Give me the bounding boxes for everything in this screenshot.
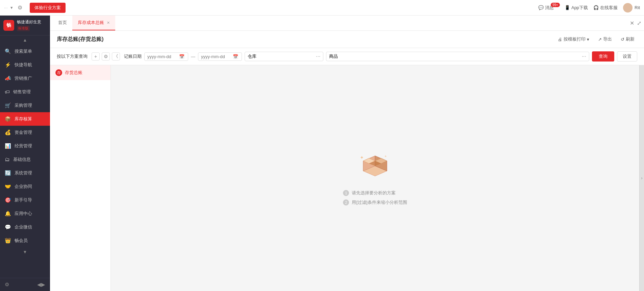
headset-icon: 🎧 [593, 5, 599, 10]
search-btn[interactable]: 查询 [592, 51, 614, 62]
sales-icon: 🏷 [5, 89, 10, 95]
tab-home[interactable]: 首页 [53, 16, 72, 30]
tip-text-1: 请先选择要分析的方案 [352, 190, 396, 196]
calendar-start-icon[interactable]: 📅 [179, 54, 184, 59]
sidebar-label-basic-info: 基础信息 [13, 156, 31, 163]
warehouse-field[interactable]: 仓库 ··· [245, 52, 323, 61]
body-area: 存 存货总账 [50, 65, 644, 291]
date-separator: — [191, 54, 195, 59]
operations-icon: 📊 [5, 143, 11, 149]
sidebar-label-marketing: 营销推广 [15, 75, 32, 81]
member-icon: 👑 [5, 238, 11, 244]
svg-text:✦: ✦ [360, 155, 364, 160]
main-layout: 畅 畅捷通好生意 标准版 ▲ 🔍 搜索菜单 ⚡ 快捷导航 📣 营销推广 🏷 [0, 16, 644, 291]
sidebar-item-search-menu[interactable]: 🔍 搜索菜单 [0, 45, 50, 58]
calendar-end-icon[interactable]: 📅 [233, 54, 238, 59]
sidebar-item-app-center[interactable]: 🔔 应用中心 [0, 207, 50, 220]
app-download-link[interactable]: 📱 App下载 [565, 5, 588, 11]
settings-bottom-icon[interactable]: ⚙ [5, 282, 9, 288]
sidebar-label-operations: 经营管理 [15, 143, 32, 149]
print-template-btn[interactable]: 🖨 按模板打印 ▾ [555, 35, 592, 44]
date-start-field[interactable]: 📅 [144, 52, 188, 61]
sidebar-scroll: ▲ 🔍 搜索菜单 ⚡ 快捷导航 📣 营销推广 🏷 销售管理 🛒 采购管理 [0, 35, 50, 278]
product-field[interactable]: 商品 ··· [326, 52, 589, 61]
sidebar-item-member[interactable]: 👑 畅会员 [0, 234, 50, 247]
logo-text-area: 畅捷通好生意 标准版 [17, 20, 41, 31]
product-label: 商品 [329, 53, 338, 59]
message-badge: 99+ [551, 3, 560, 7]
logo-version: 标准版 [17, 26, 30, 31]
sidebar-item-marketing[interactable]: 📣 营销推广 [0, 72, 50, 85]
online-service-link[interactable]: 🎧 在线客服 [593, 5, 618, 11]
sidebar-item-operations[interactable]: 📊 经营管理 [0, 139, 50, 153]
collapse-filter-btn[interactable]: 《 [112, 52, 120, 60]
panel-expand-icon[interactable]: ⤢ [637, 20, 641, 26]
sidebar-item-inventory[interactable]: 📦 库存核算 [0, 112, 50, 126]
sidebar-label-system: 系统管理 [15, 170, 32, 176]
page-content: 库存总账(存货总账) 🖨 按模板打印 ▾ ↗ 导出 ↺ 刷新 [50, 31, 644, 291]
date-end-field[interactable]: 📅 [198, 52, 242, 61]
sidebar: 畅 畅捷通好生意 标准版 ▲ 🔍 搜索菜单 ⚡ 快捷导航 📣 营销推广 🏷 [0, 16, 50, 291]
sidebar-item-cooperation[interactable]: 🤝 企业协同 [0, 180, 50, 193]
warehouse-input[interactable] [258, 54, 315, 59]
empty-tips: 1 请先选择要分析的方案 2 用[过滤]条件来缩小分析范围 [343, 190, 407, 205]
date-start-input[interactable] [147, 54, 178, 59]
settings-btn[interactable]: 设置 [617, 51, 637, 62]
add-filter-btn[interactable]: + [92, 52, 100, 60]
collapse-icon[interactable]: ◀▶ [37, 282, 45, 288]
inventory-icon: 📦 [5, 116, 11, 122]
sidebar-label-cooperation: 企业协同 [15, 184, 32, 190]
empty-box-illustration: ✦ ✦ [356, 151, 394, 185]
sidebar-label-member: 畅会员 [15, 238, 28, 244]
user-name: Rit [635, 5, 640, 10]
refresh-btn[interactable]: ↺ 刷新 [618, 35, 637, 44]
tip-text-2: 用[过滤]条件来缩小分析范围 [352, 199, 407, 205]
sidebar-label-purchase: 采购管理 [15, 102, 32, 108]
sidebar-label-app-center: 应用中心 [15, 211, 32, 217]
industry-btn[interactable]: 体验行业方案 [30, 3, 66, 13]
tab-inventory-cost[interactable]: 库存成本总账 ✕ [72, 16, 115, 30]
chevron-down-icon[interactable]: ▾ [10, 5, 13, 10]
tip-num-2: 2 [343, 199, 349, 205]
logo-icon: 畅 [3, 20, 14, 31]
page-header: 库存总账(存货总账) 🖨 按模板打印 ▾ ↗ 导出 ↺ 刷新 [50, 31, 644, 48]
filter-settings-btn[interactable]: ⚙ [102, 52, 110, 60]
settings-icon-btn[interactable]: ⚙ [16, 4, 24, 11]
sidebar-item-finance[interactable]: 💰 资金管理 [0, 126, 50, 139]
sidebar-item-new-guide[interactable]: 🎯 新手引导 [0, 193, 50, 207]
tab-inventory-cost-label: 库存成本总账 [78, 20, 104, 26]
date-end-input[interactable] [201, 54, 231, 59]
scheme-sidebar: 存 存货总账 [50, 65, 111, 291]
wechat-icon: 💬 [5, 224, 11, 230]
scroll-down-btn[interactable]: ▼ [0, 247, 50, 257]
user-area[interactable]: Rit [623, 3, 640, 13]
scroll-up-btn[interactable]: ▲ [0, 35, 50, 45]
product-more-btn[interactable]: ··· [582, 53, 586, 59]
top-bar-left: ··· ▾ ⚙ 体验行业方案 [4, 3, 66, 13]
sidebar-logo: 畅 畅捷通好生意 标准版 [0, 16, 50, 35]
sidebar-label-sales: 销售管理 [13, 89, 31, 95]
sidebar-item-sales[interactable]: 🏷 销售管理 [0, 85, 50, 99]
main-body: ✦ ✦ 1 请先选择要分析的方案 2 用[过滤]条件来缩小分析范围 [111, 65, 639, 291]
product-input[interactable] [339, 54, 580, 59]
message-area[interactable]: 💬 消息 99+ [538, 5, 554, 11]
tab-close-icon[interactable]: ✕ [107, 21, 110, 25]
tab-home-label: 首页 [58, 20, 67, 26]
phone-icon: 📱 [565, 5, 570, 10]
sidebar-item-basic-info[interactable]: 🗂 基础信息 [0, 153, 50, 166]
sidebar-item-quick-nav[interactable]: ⚡ 快捷导航 [0, 58, 50, 72]
sidebar-label-quick-nav: 快捷导航 [15, 62, 32, 68]
sidebar-item-wechat[interactable]: 💬 企业微信 [0, 220, 50, 234]
top-bar: ··· ▾ ⚙ 体验行业方案 💬 消息 99+ 📱 App下载 🎧 在线客服 R… [0, 0, 644, 16]
panel-close-icon[interactable]: ✕ [630, 20, 634, 26]
scheme-item-inventory-ledger[interactable]: 存 存货总账 [50, 65, 110, 80]
warehouse-more-btn[interactable]: ··· [316, 53, 320, 59]
right-panel-toggle[interactable]: › [639, 65, 644, 291]
export-btn[interactable]: ↗ 导出 [595, 35, 615, 44]
sidebar-item-system[interactable]: 🔄 系统管理 [0, 166, 50, 180]
sidebar-item-purchase[interactable]: 🛒 采购管理 [0, 99, 50, 112]
purchase-icon: 🛒 [5, 102, 11, 108]
sidebar-label-new-guide: 新手引导 [15, 197, 32, 203]
refresh-icon: ↺ [621, 37, 624, 42]
filter-bar: 按以下方案查询 + ⚙ 《 记账日期 📅 — 📅 [50, 48, 644, 65]
